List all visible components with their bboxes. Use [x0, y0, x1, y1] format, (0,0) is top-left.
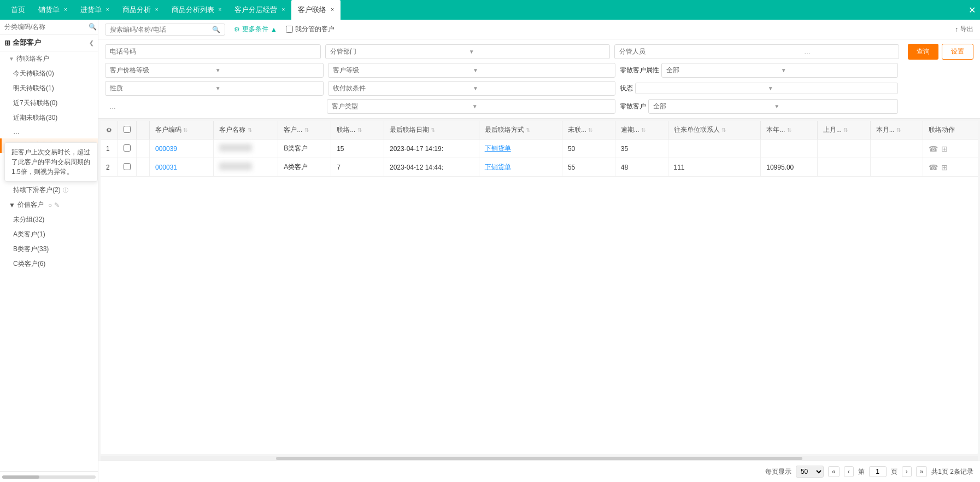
phone-field[interactable]: 电话号码	[105, 44, 321, 59]
td-last-date-1: 2023-04-17 14:19:	[384, 140, 479, 158]
th-contact-count[interactable]: 联络... ⇅	[331, 121, 384, 140]
collapse-icon[interactable]: ❮	[89, 40, 93, 46]
price-level-field[interactable]: 客户价格等级 ▼	[105, 63, 324, 78]
tooltip-box: 距客户上次交易时长，超过了此客户的平均交易周期的1.5倍，则视为异常。	[4, 142, 98, 182]
nav-purchase[interactable]: 进货单 ×	[74, 0, 116, 20]
row2-contact-icon[interactable]: ☎	[929, 163, 938, 172]
customer-type-field[interactable]: 客户类型 ▼	[327, 99, 615, 114]
nav-sales-close[interactable]: ×	[64, 0, 67, 20]
td-month-2	[870, 158, 923, 177]
export-btn[interactable]: ↑ 导出	[955, 25, 973, 34]
c-class-customers[interactable]: C类客户(6)	[0, 257, 98, 271]
more-items[interactable]: …	[0, 125, 98, 138]
search-icon[interactable]: 🔍	[212, 26, 220, 33]
settings-btn[interactable]: 设置	[942, 44, 973, 60]
pending-contact-group[interactable]: ▼ 待联络客户	[0, 51, 98, 66]
th-last-month[interactable]: 上月... ⇅	[817, 121, 870, 140]
td-spacer-1	[137, 140, 150, 158]
nav-analysis-close[interactable]: ×	[155, 0, 159, 20]
table-row: 2 000031 A类客户 7 2023-04-12 14:44: 下销货单 5…	[101, 158, 978, 177]
th-last-contact-method[interactable]: 最后联络方式 ⇅	[479, 121, 562, 140]
th-uncontacted[interactable]: 未联... ⇅	[562, 121, 615, 140]
nav-purchase-close[interactable]: ×	[106, 0, 109, 20]
declining-info-icon[interactable]: ⓘ	[63, 187, 68, 194]
nav-customer-contact-close[interactable]: ×	[331, 0, 334, 20]
td-code-1[interactable]: 000039	[150, 140, 214, 158]
td-checkbox-1[interactable]	[118, 140, 137, 158]
row1-checkbox[interactable]	[124, 144, 131, 152]
b-class-customers[interactable]: B类客户(33)	[0, 242, 98, 257]
a-class-customers[interactable]: A类客户(1)	[0, 227, 98, 242]
nav-analysis-list[interactable]: 商品分析列表 ×	[165, 0, 228, 20]
prev-page-btn[interactable]: ‹	[844, 466, 854, 477]
my-customers-checkbox[interactable]: 我分管的客户	[286, 25, 335, 34]
td-overdue-2: 48	[615, 158, 668, 177]
payment-field[interactable]: 收付款条件 ▼	[328, 81, 616, 96]
window-close-btn[interactable]: ✕	[969, 5, 976, 15]
sidebar-search-icon[interactable]: 🔍	[89, 23, 97, 31]
th-checkbox[interactable]	[118, 121, 137, 140]
retail-attr-field[interactable]: 全部 ▼	[661, 63, 898, 78]
all-customers-header[interactable]: ⊞ 全部客户 ❮	[0, 34, 98, 51]
declining-customers[interactable]: 持续下滑客户(2) ⓘ	[0, 183, 98, 198]
sidebar-search-input[interactable]	[4, 23, 86, 31]
pending-7days[interactable]: 近7天待联络(0)	[0, 96, 98, 111]
value-circle-icon[interactable]: ○	[48, 201, 52, 209]
filter-dots[interactable]: …	[109, 103, 116, 111]
pending-today[interactable]: 今天待联络(0)	[0, 66, 98, 81]
next-page-btn[interactable]: ›	[902, 466, 912, 477]
first-page-btn[interactable]: «	[828, 466, 840, 477]
more-conditions-btn[interactable]: ⚙ 更多条件 ▲	[230, 23, 281, 36]
pending-arrow: ▼	[9, 56, 14, 62]
row1-more-icon[interactable]: ⊞	[941, 144, 948, 153]
pending-recent[interactable]: 近期未联络(30)	[0, 111, 98, 125]
th-type[interactable]: 客户... ⇅	[278, 121, 331, 140]
nav-analysis[interactable]: 商品分析 ×	[116, 0, 165, 20]
unGrouped[interactable]: 未分组(32)	[0, 212, 98, 227]
nav-customer-contact[interactable]: 客户联络 ×	[291, 0, 341, 20]
th-settings[interactable]: ⚙	[101, 121, 118, 140]
td-uncontacted-1: 50	[562, 140, 615, 158]
retail-customer-field[interactable]: 全部 ▼	[648, 99, 898, 114]
per-page-select[interactable]: 50 20 100	[796, 466, 824, 478]
th-code[interactable]: 客户编码 ⇅	[150, 121, 214, 140]
td-last-method-1[interactable]: 下销货单	[479, 140, 562, 158]
h-scrollbar[interactable]	[101, 456, 978, 461]
my-customers-check[interactable]	[286, 26, 293, 33]
nav-sales[interactable]: 销货单 ×	[32, 0, 74, 20]
division-dept-field[interactable]: 分管部门 ▼	[325, 44, 610, 59]
value-edit-icon[interactable]: ✎	[54, 201, 60, 209]
search-input[interactable]	[110, 26, 210, 33]
last-page-btn[interactable]: »	[916, 466, 928, 477]
td-code-2[interactable]: 000031	[150, 158, 214, 177]
nav-customer-tier[interactable]: 客户分层经营 ×	[228, 0, 291, 20]
page-input[interactable]	[869, 466, 887, 477]
th-name[interactable]: 客户名称 ⇅	[214, 121, 278, 140]
pending-tomorrow[interactable]: 明天待联络(1)	[0, 81, 98, 96]
customer-level-field[interactable]: 客户等级 ▼	[328, 63, 616, 78]
td-checkbox-2[interactable]	[118, 158, 137, 177]
th-this-year[interactable]: 本年... ⇅	[761, 121, 818, 140]
nav-analysis-list-close[interactable]: ×	[219, 0, 222, 20]
status-field[interactable]: ▼	[635, 83, 898, 94]
select-all-checkbox[interactable]	[124, 126, 131, 133]
nav-home[interactable]: 首页	[4, 0, 32, 20]
th-last-contact-date[interactable]: 最后联络日期 ⇅	[384, 121, 479, 140]
th-contact-person[interactable]: 往来单位联系人 ⇅	[668, 121, 761, 140]
td-last-method-2[interactable]: 下销货单	[479, 158, 562, 177]
value-arrow: ▼	[9, 201, 15, 209]
row1-contact-icon[interactable]: ☎	[929, 144, 938, 153]
division-person-field[interactable]: 分管人员 …	[614, 44, 899, 59]
th-this-month[interactable]: 本月... ⇅	[870, 121, 923, 140]
td-last-date-2: 2023-04-12 14:44:	[384, 158, 479, 177]
query-btn[interactable]: 查询	[908, 44, 938, 60]
th-overdue[interactable]: 逾期... ⇅	[615, 121, 668, 140]
customer-level-arrow: ▼	[473, 67, 611, 73]
division-dept-arrow: ▼	[469, 49, 605, 55]
nav-customer-tier-close[interactable]: ×	[281, 0, 285, 20]
sidebar: 🔍 ⊞ 全部客户 ❮ ▼ 待联络客户 今天待联络(0) 明天待联络(1) 近7天…	[0, 20, 98, 482]
nature-arrow: ▼	[215, 85, 319, 91]
row2-more-icon[interactable]: ⊞	[941, 163, 948, 172]
nature-field[interactable]: 性质 ▼	[105, 81, 324, 96]
row2-checkbox[interactable]	[124, 163, 131, 170]
